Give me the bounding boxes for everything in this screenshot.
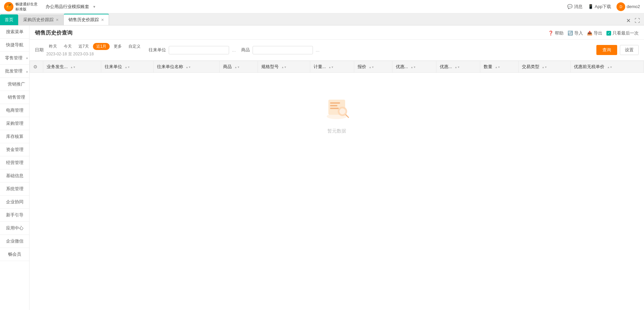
message-icon: 💬 (567, 4, 573, 9)
query-button[interactable]: 查询 (596, 45, 617, 55)
close-all-tabs-button[interactable]: ✕ (625, 17, 632, 24)
import-button[interactable]: 🔃 导入 (568, 30, 583, 36)
sidebar-item-quick-nav[interactable]: 快捷导航 (0, 39, 29, 52)
goods-filter-label: 商品 (241, 47, 250, 53)
sidebar-wholesale-label: 批发管理 (2, 68, 25, 74)
content-area: 销售历史价查询 ❓ 帮助 🔃 导入 📤 导出 ✓ 只看最后一次 (30, 25, 644, 310)
tab-purchase-history-label: 采购历史价跟踪 (23, 17, 54, 23)
sidebar-item-new-user[interactable]: 新手引导 (0, 209, 29, 222)
th-discount1[interactable]: 优惠... ▲▼ (392, 61, 436, 73)
logo-text: 畅捷通好生意 标准版 (15, 2, 38, 11)
svg-rect-4 (330, 108, 339, 109)
empty-state: 暂元数据 (30, 73, 644, 154)
date-option-1month[interactable]: 近1月 (93, 43, 110, 50)
th-goods[interactable]: 商品 ▲▼ (220, 61, 258, 73)
th-trade-type[interactable]: 交易类型 ▲▼ (518, 61, 571, 73)
sidebar-item-enterprise-collab[interactable]: 企业协同 (0, 196, 29, 209)
sidebar-item-app-center[interactable]: 应用中心 (0, 222, 29, 235)
sidebar-marketing-label: 营销推广 (5, 81, 27, 87)
sort-icon-goods: ▲▼ (234, 66, 240, 69)
date-option-yesterday[interactable]: 昨天 (46, 43, 60, 50)
th-unit-name[interactable]: 往来单位名称 ▲▼ (153, 61, 220, 73)
date-option-more[interactable]: 更多 (111, 43, 124, 50)
sort-icon-spec: ▲▼ (281, 66, 287, 69)
sidebar-item-finance[interactable]: 资金管理 (0, 143, 29, 156)
goods-input[interactable] (253, 46, 313, 54)
logo-icon: 🍊 (4, 2, 13, 11)
th-settings: ⚙ (30, 61, 43, 73)
th-spec[interactable]: 规格型号 ▲▼ (258, 61, 310, 73)
sidebar-item-retail[interactable]: 零售管理 ▾ (0, 52, 29, 65)
tab-purchase-history[interactable]: 采购历史价跟踪 ✕ (18, 14, 64, 25)
tab-sales-history-close[interactable]: ✕ (101, 18, 104, 22)
sidebar-enterprise-collab-label: 企业协同 (2, 199, 27, 205)
sidebar-inventory-label: 库存核算 (2, 134, 27, 140)
topbar: 🍊 畅捷通好生意 标准版 办公用品行业模拟账套 ▾ 💬 消息 📱 App下载 D… (0, 0, 644, 13)
empty-text: 暂元数据 (327, 128, 346, 134)
checkbox-checked-icon: ✓ (606, 31, 611, 36)
goods-filter-group: 商品 ... (241, 46, 320, 54)
help-button[interactable]: ❓ 帮助 (548, 30, 564, 36)
table-container: ⚙ 业务发生... ▲▼ 往来单位 ▲▼ 往来单位名称 ▲▼ (30, 61, 644, 310)
th-discount2[interactable]: 优惠... ▲▼ (436, 61, 480, 73)
date-option-7days[interactable]: 近7天 (76, 43, 92, 50)
tab-purchase-history-close[interactable]: ✕ (56, 18, 59, 22)
tabbar: 首页 采购历史价跟踪 ✕ 销售历史价跟踪 ✕ ✕ ⛶ (0, 13, 644, 25)
sidebar-item-sales-mgmt[interactable]: 销售管理 (0, 91, 29, 104)
svg-rect-3 (330, 105, 337, 106)
setting-button[interactable]: 设置 (620, 45, 639, 55)
from-unit-filter-group: 往来单位 ... (149, 46, 236, 54)
from-unit-dots[interactable]: ... (232, 47, 236, 53)
expand-tab-button[interactable]: ⛶ (633, 17, 641, 24)
tab-sales-history-label: 销售历史价跟踪 (68, 17, 99, 23)
chevron-down-icon: ▾ (26, 56, 28, 60)
sidebar-ecommerce-label: 电商管理 (2, 107, 27, 113)
th-qty[interactable]: 数量 ▲▼ (480, 61, 518, 73)
message-button[interactable]: 💬 消息 (567, 4, 583, 10)
user-menu[interactable]: D demo2 (616, 2, 640, 11)
th-unit-code[interactable]: 往来单位 ▲▼ (101, 61, 154, 73)
tab-sales-history[interactable]: 销售历史价跟踪 ✕ (64, 14, 109, 25)
goods-dots[interactable]: ... (316, 47, 320, 53)
sort-icon-quote: ▲▼ (369, 66, 374, 69)
date-option-custom[interactable]: 自定义 (126, 43, 143, 50)
sidebar-item-wholesale[interactable]: 批发管理 ▴ (0, 65, 29, 78)
sidebar-item-system[interactable]: 系统管理 (0, 183, 29, 196)
tab-home[interactable]: 首页 (0, 14, 18, 25)
topbar-right: 💬 消息 📱 App下载 D demo2 (567, 2, 640, 11)
sidebar-new-user-label: 新手引导 (2, 212, 27, 218)
sidebar-item-membership[interactable]: 畅会员 (0, 248, 29, 261)
th-biz-date[interactable]: 业务发生... ▲▼ (43, 61, 101, 73)
sidebar-item-purchase[interactable]: 采购管理 (0, 117, 29, 130)
from-unit-input[interactable] (169, 46, 229, 54)
th-quote[interactable]: 报价 ▲▼ (354, 61, 392, 73)
date-option-today[interactable]: 今天 (61, 43, 74, 50)
sidebar-item-wechat[interactable]: 企业微信 (0, 235, 29, 248)
th-pre-discount-price[interactable]: 优惠前无税单价 ▲▼ (571, 61, 644, 73)
sidebar-item-operations[interactable]: 经营管理 (0, 156, 29, 169)
table-header-row: ⚙ 业务发生... ▲▼ 往来单位 ▲▼ 往来单位名称 ▲▼ (30, 61, 644, 73)
export-button[interactable]: 📤 导出 (587, 30, 602, 36)
sidebar-item-basic-info[interactable]: 基础信息 (0, 169, 29, 183)
app-download-button[interactable]: 📱 App下载 (588, 4, 611, 10)
main-layout: 搜索菜单 快捷导航 零售管理 ▾ 批发管理 ▴ 营销推广 销售管理 电商管理 采… (0, 25, 644, 310)
sidebar-item-marketing[interactable]: 营销推广 (0, 78, 29, 91)
filter-actions: 查询 设置 (596, 45, 639, 55)
tabbar-controls: ✕ ⛶ (625, 17, 644, 25)
th-unit[interactable]: 计量... ▲▼ (310, 61, 354, 73)
sidebar-search-label: 搜索菜单 (2, 29, 27, 35)
settings-icon[interactable]: ⚙ (33, 64, 38, 69)
sidebar-wechat-label: 企业微信 (2, 238, 27, 244)
export-icon: 📤 (587, 31, 592, 36)
sidebar-item-search[interactable]: 搜索菜单 (0, 25, 29, 39)
only-last-checkbox[interactable]: ✓ 只看最后一次 (606, 30, 639, 36)
topbar-dropdown[interactable]: ▾ (93, 4, 95, 9)
chevron-up-icon: ▴ (26, 69, 28, 73)
data-table: ⚙ 业务发生... ▲▼ 往来单位 ▲▼ 往来单位名称 ▲▼ (30, 61, 644, 73)
sidebar-item-inventory[interactable]: 库存核算 (0, 130, 29, 143)
sidebar-quick-nav-label: 快捷导航 (2, 42, 27, 48)
avatar: D (616, 2, 625, 11)
sidebar-operations-label: 经营管理 (2, 160, 27, 166)
sidebar-item-ecommerce[interactable]: 电商管理 (0, 104, 29, 117)
sidebar-app-center-label: 应用中心 (2, 225, 27, 231)
